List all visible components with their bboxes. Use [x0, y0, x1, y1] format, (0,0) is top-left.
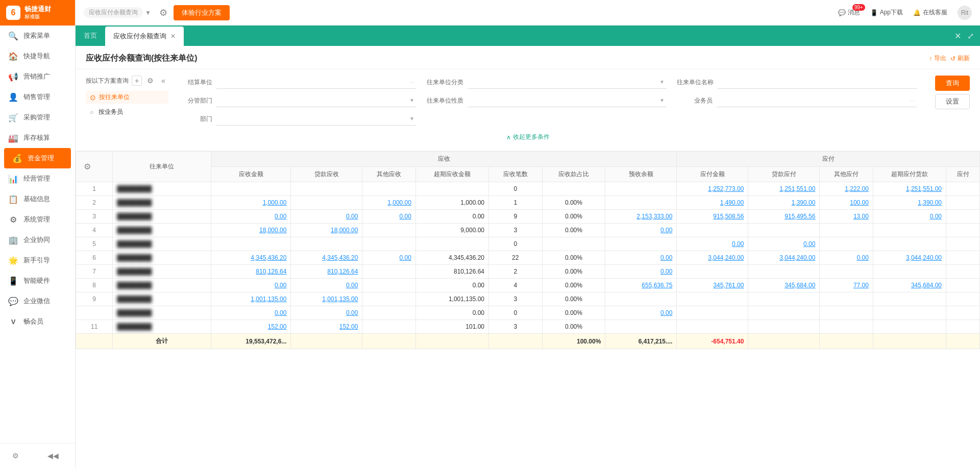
company-category-input[interactable]: ▼ [468, 76, 667, 89]
table-cell[interactable] [820, 320, 873, 334]
col-ap-loan[interactable]: 贷款应付 [748, 167, 820, 182]
salesman-input[interactable]: ··· [717, 94, 917, 107]
filter-add-icon[interactable]: + [132, 76, 142, 86]
collapse-more-btn[interactable]: ∧ 收起更多条件 [86, 130, 970, 144]
sidebar-item-quick-nav[interactable]: 🏠 快捷导航 [0, 46, 75, 66]
table-cell[interactable]: 18,000.00 [291, 224, 362, 237]
sidebar-item-smart-hw[interactable]: 📱 智能硬件 [0, 270, 75, 291]
app-download-btn[interactable]: 📱 App下载 [870, 8, 903, 17]
tab-close-icon[interactable]: ✕ [170, 33, 176, 40]
promo-button[interactable]: 体验行业方案 [174, 5, 230, 20]
department-input[interactable]: ▼ [216, 112, 416, 126]
table-cell[interactable] [291, 237, 362, 251]
table-cell[interactable] [873, 237, 946, 251]
sidebar-item-search-menu[interactable]: 🔍 搜索菜单 [0, 26, 75, 46]
col-ar-advance[interactable]: 预收余额 [605, 167, 677, 182]
table-cell[interactable]: 0.00 [291, 279, 362, 292]
table-cell[interactable] [820, 265, 873, 279]
table-cell[interactable]: 0.00 [211, 210, 291, 224]
table-cell[interactable]: 0.00 [677, 237, 748, 251]
table-cell[interactable]: 0.00 [211, 279, 291, 292]
export-button[interactable]: ↑ 导出 [929, 54, 946, 63]
query-button[interactable]: 查询 [935, 76, 970, 91]
table-cell[interactable] [748, 265, 820, 279]
table-cell[interactable]: 1,390.00 [748, 196, 820, 210]
table-cell[interactable] [748, 292, 820, 306]
sidebar-item-wechat[interactable]: 💬 企业微信 [0, 291, 75, 311]
table-cell[interactable] [820, 292, 873, 306]
filter-option-by-staff[interactable]: ○ 按业务员 [86, 106, 168, 118]
table-cell[interactable] [362, 292, 416, 306]
table-cell[interactable] [605, 182, 677, 196]
table-cell[interactable] [873, 306, 946, 320]
col-ap-overdue[interactable]: 超期应付货款 [873, 167, 946, 182]
col-ap-col[interactable]: 应付 [946, 167, 980, 182]
col-ar-count[interactable]: 应收笔数 [489, 167, 543, 182]
col-ar-overdue[interactable]: 超期应收金额 [415, 167, 488, 182]
table-cell[interactable] [362, 237, 416, 251]
tab-ar-query[interactable]: 应收应付余额查询 ✕ [105, 27, 184, 46]
sidebar-item-purchase[interactable]: 🛒 采购管理 [0, 107, 75, 128]
tab-home[interactable]: 首页 [76, 26, 105, 46]
sidebar-item-inventory[interactable]: 🏭 库存核算 [0, 128, 75, 148]
sidebar-item-operation[interactable]: 📊 经营管理 [0, 168, 75, 189]
table-cell[interactable]: 345,684.00 [748, 279, 820, 292]
col-ar-other[interactable]: 其他应收 [362, 167, 416, 182]
table-cell[interactable]: 0.00 [605, 224, 677, 237]
table-cell[interactable]: 0.00 [605, 306, 677, 320]
table-cell[interactable]: 152.00 [291, 320, 362, 334]
col-ap-amount[interactable]: 应付金额 [677, 167, 748, 182]
sidebar-item-marketing[interactable]: 📢 营销推广 [0, 66, 75, 87]
table-cell[interactable]: 1,252,773.00 [677, 182, 748, 196]
col-ar-ratio[interactable]: 应收款占比 [542, 167, 605, 182]
tab-fullscreen-icon[interactable]: ⤢ [967, 31, 974, 41]
table-cell[interactable]: 1,490.00 [677, 196, 748, 210]
online-service-btn[interactable]: 🔔 在线客服 [913, 8, 947, 17]
table-cell[interactable]: 0.00 [820, 251, 873, 265]
table-cell[interactable]: 0.00 [605, 251, 677, 265]
table-cell[interactable] [677, 306, 748, 320]
col-ap-other[interactable]: 其他应付 [820, 167, 873, 182]
table-cell[interactable]: 810,126.64 [291, 265, 362, 279]
table-cell[interactable]: 915,495.56 [748, 210, 820, 224]
sidebar-item-member[interactable]: V 畅会员 [0, 311, 75, 332]
tab-close-window-icon[interactable]: ✕ [954, 31, 961, 41]
settings-button[interactable]: 设置 [935, 94, 970, 109]
col-ar-amount[interactable]: 应收金额 [211, 167, 291, 182]
table-cell[interactable]: 18,000.00 [211, 224, 291, 237]
header-gear-icon[interactable]: ⚙ [159, 7, 167, 18]
sidebar-item-enterprise[interactable]: 🏢 企业协同 [0, 230, 75, 250]
table-cell[interactable]: 345,684.00 [873, 279, 946, 292]
table-cell[interactable] [362, 279, 416, 292]
refresh-button[interactable]: ↺ 刷新 [950, 54, 970, 63]
sidebar-collapse-btn[interactable]: ◀◀ [39, 448, 71, 464]
table-cell[interactable]: 810,126.64 [211, 265, 291, 279]
table-cell[interactable] [211, 237, 291, 251]
table-cell[interactable] [362, 265, 416, 279]
table-cell[interactable] [873, 292, 946, 306]
table-cell[interactable] [291, 182, 362, 196]
branch-dept-input[interactable]: ▼ [216, 94, 416, 107]
table-cell[interactable]: 0.00 [362, 210, 416, 224]
table-cell[interactable] [820, 237, 873, 251]
table-cell[interactable] [605, 292, 677, 306]
table-cell[interactable] [211, 182, 291, 196]
table-cell[interactable] [362, 224, 416, 237]
table-cell[interactable] [605, 237, 677, 251]
filter-option-by-company[interactable]: ⊙ 按往来单位 [86, 91, 168, 104]
sidebar-item-guide[interactable]: 🌟 新手引导 [0, 250, 75, 270]
filter-gear-icon[interactable]: ⚙ [145, 76, 155, 86]
table-cell[interactable]: 1,001,135.00 [291, 292, 362, 306]
table-cell[interactable] [677, 265, 748, 279]
table-cell[interactable] [873, 224, 946, 237]
table-cell[interactable] [748, 224, 820, 237]
table-cell[interactable] [362, 306, 416, 320]
table-cell[interactable] [873, 320, 946, 334]
table-cell[interactable]: 0.00 [605, 265, 677, 279]
table-cell[interactable]: 1,000.00 [211, 196, 291, 210]
table-cell[interactable]: 3,044,240.00 [748, 251, 820, 265]
sidebar-item-capital[interactable]: 💰 资金管理 [4, 148, 71, 168]
table-cell[interactable] [605, 320, 677, 334]
filter-collapse-icon[interactable]: « [158, 76, 168, 86]
messages-btn[interactable]: 💬 消息 99+ [838, 8, 860, 17]
